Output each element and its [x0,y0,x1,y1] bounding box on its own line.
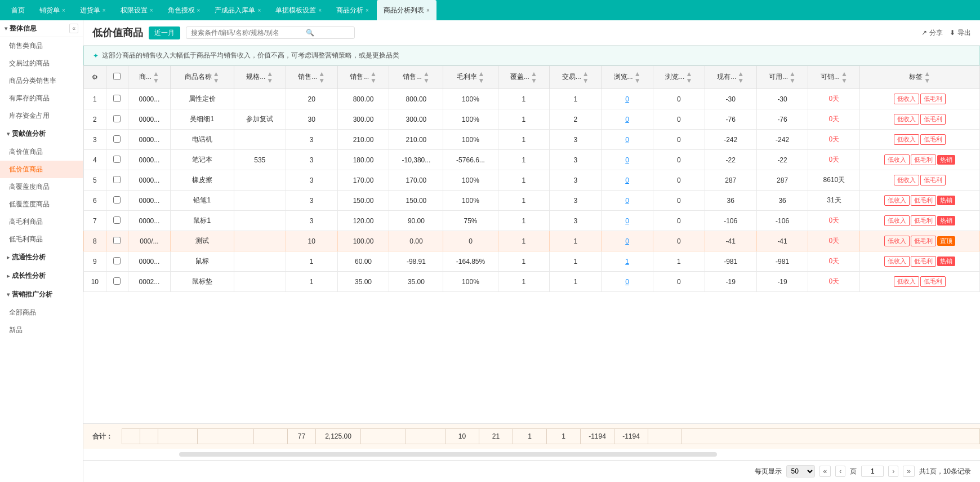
sidebar-item-stock-capital[interactable]: 库存资金占用 [0,107,83,125]
row-checkbox-cell[interactable] [106,150,128,170]
row-browse1[interactable]: 0 [602,89,653,109]
browse-link[interactable]: 0 [625,116,629,123]
export-button[interactable]: ⬇ 导出 [950,28,971,38]
col-available[interactable]: 可用...▲▼ [756,66,808,89]
col-spec[interactable]: 规格...▲▼ [234,66,286,89]
sidebar-item-high-value[interactable]: 高价值商品 [0,143,83,161]
sidebar-item-category-sales[interactable]: 商品分类销售率 [0,72,83,90]
row-checkbox-cell[interactable] [106,211,128,231]
col-browse1[interactable]: 浏览...▲▼ [602,66,653,89]
col-transaction[interactable]: 交易...▲▼ [550,66,602,89]
sidebar-item-high-margin[interactable]: 高毛利商品 [0,213,83,231]
row-checkbox-cell[interactable] [106,170,128,191]
nav-purchase-order[interactable]: 进货单 × [73,0,113,20]
sidebar-item-new-goods[interactable]: 新品 [0,321,83,339]
sidebar-section-flow[interactable]: ▸ 流通性分析 [0,248,83,267]
row-checkbox-cell[interactable] [106,191,128,211]
row-browse1[interactable]: 0 [602,272,653,292]
sidebar-item-sales-goods[interactable]: 销售类商品 [0,37,83,55]
row-browse1[interactable]: 1 [602,251,653,272]
sidebar-item-traded-goods[interactable]: 交易过的商品 [0,55,83,72]
select-all-checkbox[interactable] [113,73,121,80]
row-checkbox-cell[interactable] [106,109,128,130]
browse-link[interactable]: 1 [625,258,629,266]
row-checkbox[interactable] [113,176,121,183]
browse-link[interactable]: 0 [625,156,629,164]
horizontal-scrollbar[interactable] [179,452,717,457]
row-checkbox[interactable] [113,95,121,102]
col-sales-cost[interactable]: 销售...▲▼ [389,66,443,89]
nav-close-stock[interactable]: × [257,7,261,14]
next-page-button[interactable]: › [888,466,898,477]
nav-sales-order[interactable]: 销货单 × [33,0,72,20]
row-checkbox-cell[interactable] [106,130,128,150]
row-checkbox-cell[interactable] [106,231,128,251]
row-checkbox[interactable] [113,216,121,224]
share-button[interactable]: ↗ 分享 [921,28,943,38]
row-browse1[interactable]: 0 [602,109,653,130]
date-filter-button[interactable]: 近一月 [149,26,180,39]
nav-product-stock[interactable]: 产成品入库单 × [208,0,268,20]
row-browse1[interactable]: 0 [602,150,653,170]
row-checkbox-cell[interactable] [106,251,128,272]
nav-product-analysis[interactable]: 商品分析 × [329,0,376,20]
col-current[interactable]: 现有...▲▼ [705,66,756,89]
col-browse2[interactable]: 浏览...▲▼ [653,66,705,89]
search-icon[interactable]: 🔍 [306,29,314,37]
col-name[interactable]: 商品名称▲▼ [170,66,234,89]
col-coverage[interactable]: 覆盖...▲▼ [498,66,550,89]
sidebar-item-low-margin[interactable]: 低毛利商品 [0,231,83,248]
sidebar-section-overall[interactable]: ▾ 整体信息 [5,24,37,33]
search-input[interactable] [191,29,304,37]
prev-page-button[interactable]: ‹ [835,466,845,477]
sidebar-item-all-goods[interactable]: 全部商品 [0,304,83,321]
row-browse1[interactable]: 0 [602,170,653,191]
row-checkbox[interactable] [113,257,121,264]
nav-close-sales[interactable]: × [62,7,65,14]
col-margin[interactable]: 毛利率▲▼ [443,66,498,89]
row-checkbox-cell[interactable] [106,272,128,292]
browse-link[interactable]: 0 [625,237,629,245]
nav-close-list[interactable]: × [426,7,430,14]
sidebar-collapse-btn[interactable]: « [69,24,78,33]
col-code[interactable]: 商...▲▼ [128,66,170,89]
sidebar-item-low-coverage[interactable]: 低覆盖度商品 [0,196,83,213]
first-page-button[interactable]: « [819,466,831,477]
browse-link[interactable]: 0 [625,197,629,205]
page-number-input[interactable] [861,466,884,477]
nav-close-role[interactable]: × [197,7,201,14]
col-settings[interactable]: ⚙ [84,66,106,89]
col-checkbox[interactable] [106,66,128,89]
nav-close-perm[interactable]: × [150,7,153,14]
page-size-select[interactable]: 50 20 100 [786,465,815,477]
last-page-button[interactable]: » [903,466,915,477]
nav-close-purchase[interactable]: × [103,7,106,14]
row-checkbox[interactable] [113,156,121,163]
row-checkbox[interactable] [113,135,121,143]
browse-link[interactable]: 0 [625,95,629,103]
col-saleable[interactable]: 可销...▲▼ [808,66,860,89]
browse-link[interactable]: 0 [625,176,629,184]
sidebar-item-stock-goods[interactable]: 有库存的商品 [0,90,83,107]
row-browse1[interactable]: 0 [602,130,653,150]
browse-link[interactable]: 0 [625,278,629,286]
col-tags[interactable]: 标签▲▼ [860,66,980,89]
row-browse1[interactable]: 0 [602,231,653,251]
row-browse1[interactable]: 0 [602,211,653,231]
nav-product-analysis-list[interactable]: 商品分析列表 × [377,0,436,20]
nav-close-tpl[interactable]: × [318,7,322,14]
row-checkbox[interactable] [113,237,121,244]
nav-role-auth[interactable]: 角色授权 × [161,0,207,20]
browse-link[interactable]: 0 [625,136,629,144]
sidebar-item-low-value[interactable]: 低价值商品 [0,161,83,178]
nav-home[interactable]: 首页 [5,0,32,20]
row-checkbox[interactable] [113,115,121,122]
row-checkbox-cell[interactable] [106,89,128,109]
sidebar-item-high-coverage[interactable]: 高覆盖度商品 [0,178,83,196]
sidebar-section-growth[interactable]: ▸ 成长性分析 [0,267,83,285]
nav-template-settings[interactable]: 单据模板设置 × [269,0,328,20]
sidebar-section-marketing[interactable]: ▾ 营销推广分析 [0,285,83,304]
nav-close-analysis[interactable]: × [366,7,369,14]
nav-permissions[interactable]: 权限设置 × [114,0,160,20]
sidebar-section-contribution[interactable]: ▾ 贡献值分析 [0,125,83,143]
